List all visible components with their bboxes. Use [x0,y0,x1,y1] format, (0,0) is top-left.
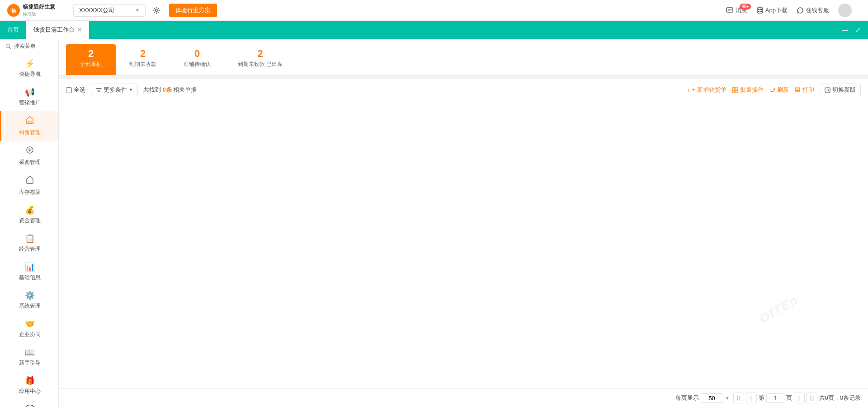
company-name: XXXXXX公司 [79,6,114,14]
logo-area: 畅 畅捷通好生意 标准版 [7,3,66,17]
found-count: 0条 [163,86,172,93]
stat-tab-shipped[interactable]: 2 到期未收款 已出库 [224,44,296,75]
app-download-item[interactable]: App下载 [756,6,788,14]
svg-rect-10 [28,121,31,123]
page-nav: ⟨⟨ ⟨ 第 页 ⟩ ⟩⟩ 共0页，0条记录 [733,393,861,403]
stat-count-all: 2 [80,48,102,60]
sidebar-item-guide[interactable]: 📖 新手引导 [0,343,58,371]
tab-bar: 首页 钱货日清工作台 ✕ — ⤢ [0,21,868,39]
sidebar-item-quick-nav[interactable]: ⚡ 快捷导航 [0,54,58,83]
svg-rect-5 [758,9,760,10]
basic-info-icon: 📊 [25,262,35,272]
stat-tab-pending[interactable]: 0 旺铺待确认 [170,44,224,75]
svg-rect-8 [760,11,762,12]
stat-label-pending: 旺铺待确认 [184,61,211,68]
sidebar-search[interactable]: 搜索菜单 [0,39,58,54]
online-service-item[interactable]: 在线客服 [797,6,829,14]
header-right: 消息 99+ App下载 在线客服 [726,4,861,17]
purchase-icon [25,145,34,157]
switch-button[interactable]: 切换新版 [820,84,861,96]
stat-tab-all[interactable]: 2 全部单据 [66,44,116,75]
first-page-button[interactable]: ⟨⟨ [733,393,744,403]
chevron-down-icon[interactable]: ▼ [725,396,730,401]
last-page-button[interactable]: ⟩⟩ [807,393,817,403]
trial-button[interactable]: 体验行业方案 [169,4,217,17]
sidebar: 搜索菜单 ⚡ 快捷导航 📢 营销推广 销售管理 [0,39,59,407]
sidebar-item-marketing[interactable]: 📢 营销推广 [0,83,58,111]
tab-expand-icon[interactable]: ⤢ [852,24,864,35]
svg-text:畅: 畅 [11,8,16,13]
main-layout: 搜索菜单 ⚡ 快捷导航 📢 营销推广 销售管理 [0,39,868,407]
switch-label: 切换新版 [832,86,856,94]
sidebar-item-label: 资金管理 [19,217,41,225]
tab-close-icon[interactable]: ✕ [77,27,82,33]
avatar[interactable] [838,4,852,17]
sidebar-item-system[interactable]: ⚙️ 系统管理 [0,286,58,314]
sidebar-item-label: 应用中心 [19,388,41,395]
sidebar-item-finance[interactable]: 💰 资金管理 [0,201,58,229]
per-page-label: 每页显示 [675,394,699,402]
stat-label-shipped: 到期未收款 已出库 [238,61,283,68]
filter-chevron-icon: ▼ [129,88,133,92]
page-label: 第 [759,394,764,402]
page-suffix: 页 [786,394,792,402]
content-area: 2 全部单据 2 到期未收款 0 旺铺待确认 2 到期未收款 已出库 全选 [59,39,868,407]
online-service-label: 在线客服 [806,6,829,14]
page-size-select: 每页显示 ▼ [675,393,730,403]
settings-icon[interactable] [149,3,164,18]
message-item[interactable]: 消息 99+ [726,6,747,14]
refresh-label: 刷新 [777,86,789,94]
svg-rect-18 [796,90,799,91]
svg-rect-13 [736,87,738,89]
svg-rect-16 [796,87,799,89]
pagination: 每页显示 ▼ ⟨⟨ ⟨ 第 页 ⟩ ⟩⟩ 共0页，0条记录 [59,388,868,407]
page-num-input[interactable] [766,393,784,403]
refresh-button[interactable]: 刷新 [769,86,789,94]
svg-rect-3 [726,8,733,12]
tab-minimize-icon[interactable]: — [838,24,852,35]
print-button[interactable]: 打印 [794,86,814,94]
add-icon: + [687,87,690,94]
svg-rect-15 [736,90,738,93]
stat-count-shipped: 2 [238,48,283,60]
finance-icon: 💰 [25,205,35,215]
guide-icon: 📖 [25,347,35,357]
sales-icon [25,116,34,127]
tab-home[interactable]: 首页 [0,21,26,39]
select-all-checkbox[interactable] [66,87,72,93]
sidebar-item-sales[interactable]: 销售管理 [0,111,58,141]
per-page-input[interactable] [701,393,723,403]
next-page-button[interactable]: ⟩ [794,393,805,403]
tab-work-label: 钱货日清工作台 [33,26,75,34]
stat-label-all: 全部单据 [80,61,102,68]
sidebar-item-label: 采购管理 [19,159,41,166]
found-prefix: 共找到 [143,86,161,93]
select-all-container[interactable]: 全选 [66,86,85,94]
stat-tab-overdue[interactable]: 2 到期未收款 [116,44,170,75]
stats-tabs: 2 全部单据 2 到期未收款 0 旺铺待确认 2 到期未收款 已出库 [59,39,868,75]
company-selector[interactable]: XXXXXX公司 ▼ [73,4,146,17]
wechat-icon: 💬 [25,404,35,407]
tab-home-label: 首页 [7,26,19,34]
sidebar-item-inventory[interactable]: 库存核算 [0,171,58,201]
logo-text: 畅捷通好生意 标准版 [23,3,55,17]
sidebar-item-basic-info[interactable]: 📊 基础信息 [0,257,58,286]
sidebar-item-label: 销售管理 [19,129,41,136]
sidebar-item-purchase[interactable]: 采购管理 [0,141,58,171]
batch-button[interactable]: 批量操作 [732,86,764,94]
filter-button[interactable]: 更多条件 ▼ [91,84,138,96]
sidebar-item-app-center[interactable]: 🎁 应用中心 [0,371,58,400]
svg-rect-6 [760,9,762,10]
add-sale-button[interactable]: + + 新增销货单 [687,86,726,94]
found-text: 共找到 0条 相关单据 [143,86,197,94]
print-label: 打印 [802,86,814,94]
prev-page-button[interactable]: ⟨ [746,393,757,403]
svg-rect-14 [732,90,735,93]
sidebar-item-enterprise[interactable]: 🤝 企业协同 [0,314,58,343]
sidebar-item-label: 库存核算 [19,188,41,196]
quick-nav-icon: ⚡ [25,59,35,69]
tab-work[interactable]: 钱货日清工作台 ✕ [26,21,89,39]
sidebar-item-operation[interactable]: 📋 经营管理 [0,229,58,257]
filter-label: 更多条件 [104,86,127,94]
sidebar-item-wechat[interactable]: 💬 企业微信 [0,400,58,407]
